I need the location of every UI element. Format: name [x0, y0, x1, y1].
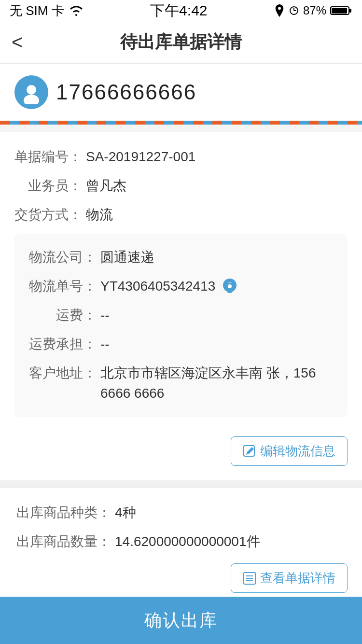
customer-phone: 17666666666	[56, 80, 196, 104]
tracking-location-icon[interactable]	[221, 278, 238, 295]
wifi-icon	[69, 5, 84, 16]
logistics-company-label: 物流公司：	[29, 247, 97, 267]
logistics-address-row: 客户地址： 北京市市辖区海淀区永丰南 张，156 6666 6666	[29, 363, 333, 404]
time-text: 下午4:42	[150, 1, 207, 21]
order-no-row: 单据编号： SA-20191227-001	[14, 147, 348, 167]
goods-types-row: 出库商品种类： 4种	[14, 503, 348, 523]
battery-icon	[330, 5, 352, 16]
logistics-tracking-row: 物流单号： YT4306405342413	[29, 276, 333, 296]
status-left: 无 SIM 卡	[10, 2, 84, 19]
nav-bar: < 待出库单据详情	[0, 21, 362, 64]
goods-types-value: 4种	[111, 503, 348, 523]
customer-header: 17666666666	[0, 64, 362, 121]
nav-title: 待出库单据详情	[120, 30, 242, 54]
svg-point-11	[228, 284, 232, 288]
salesman-row: 业务员： 曾凡杰	[14, 176, 348, 196]
delivery-label: 交货方式：	[14, 205, 82, 225]
logistics-tracking-value: YT4306405342413	[97, 276, 333, 296]
avatar	[14, 75, 48, 109]
goods-quantity-row: 出库商品数量： 14.620000000000001件	[14, 532, 348, 552]
edit-icon	[243, 445, 256, 458]
order-no-value: SA-20191227-001	[82, 147, 348, 167]
delivery-row: 交货方式： 物流	[14, 205, 348, 225]
logistics-tracking-label: 物流单号：	[29, 276, 97, 296]
logistics-bearer-label: 运费承担：	[29, 334, 97, 354]
salesman-value: 曾凡杰	[82, 176, 348, 196]
bottom-bar: 确认出库	[0, 597, 362, 644]
edit-logistics-label: 编辑物流信息	[260, 443, 335, 460]
svg-rect-4	[349, 9, 351, 13]
logistics-address-value: 北京市市辖区海淀区永丰南 张，156 6666 6666	[97, 363, 333, 404]
logistics-company-value: 圆通速递	[97, 247, 333, 267]
delivery-value: 物流	[82, 205, 348, 225]
status-right: 87%	[274, 4, 352, 17]
logistics-card: 物流公司： 圆通速递 物流单号： YT4306405342413	[14, 234, 348, 417]
avatar-icon	[19, 80, 43, 104]
order-info-section: 单据编号： SA-20191227-001 业务员： 曾凡杰 交货方式： 物流 …	[0, 132, 362, 480]
svg-rect-5	[332, 8, 347, 14]
location-status-icon	[274, 4, 285, 17]
goods-quantity-value: 14.620000000000001件	[111, 532, 348, 552]
edit-btn-row: 编辑物流信息	[14, 429, 348, 466]
logistics-freight-label: 运费：	[29, 305, 97, 325]
status-bar: 无 SIM 卡 下午4:42 87%	[0, 0, 362, 21]
confirm-button[interactable]: 确认出库	[0, 597, 362, 644]
svg-point-7	[24, 95, 39, 104]
edit-logistics-button[interactable]: 编辑物流信息	[231, 436, 348, 466]
alarm-status-icon	[289, 4, 299, 17]
dashed-divider	[0, 121, 362, 125]
logistics-freight-row: 运费： --	[29, 305, 333, 325]
list-icon	[243, 572, 256, 585]
order-no-label: 单据编号：	[14, 147, 82, 167]
logistics-freight-value: --	[97, 305, 333, 325]
battery-text: 87%	[303, 4, 326, 17]
logistics-bearer-value: --	[97, 334, 333, 354]
goods-section: 出库商品种类： 4种 出库商品数量： 14.620000000000001件 查…	[0, 488, 362, 607]
view-detail-label: 查看单据详情	[260, 570, 335, 587]
section-divider-1	[0, 480, 362, 488]
logistics-bearer-row: 运费承担： --	[29, 334, 333, 354]
scrollable-content: 17666666666 单据编号： SA-20191227-001 业务员： 曾…	[0, 64, 362, 644]
salesman-label: 业务员：	[14, 176, 82, 196]
back-button[interactable]: <	[12, 31, 23, 53]
view-detail-button[interactable]: 查看单据详情	[231, 563, 348, 593]
goods-types-label: 出库商品种类：	[14, 503, 111, 523]
logistics-address-label: 客户地址：	[29, 363, 97, 383]
goods-quantity-label: 出库商品数量：	[14, 532, 111, 552]
svg-point-6	[27, 85, 36, 95]
page: 无 SIM 卡 下午4:42 87%	[0, 0, 362, 644]
view-detail-btn-row: 查看单据详情	[14, 563, 348, 593]
logistics-company-row: 物流公司： 圆通速递	[29, 247, 333, 267]
carrier-text: 无 SIM 卡	[10, 2, 64, 19]
